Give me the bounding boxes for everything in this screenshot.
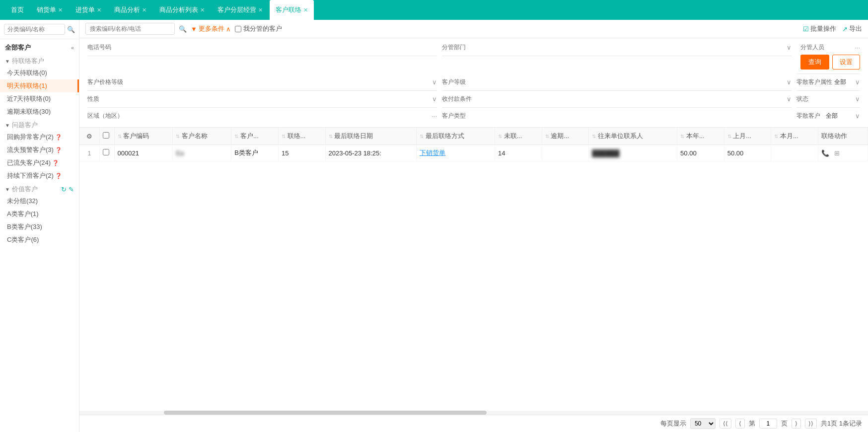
dropdown-icon[interactable]: ∨ [432,95,437,103]
more-conditions-button[interactable]: ▼ 更多条件 ∧ [191,24,231,33]
sort-icon[interactable]: ⇅ [727,134,731,139]
td-contact-count: 15 [278,145,325,161]
close-icon[interactable]: ✕ [258,7,263,13]
sidebar-item-type-b[interactable]: B类客户(33) [0,220,79,233]
partner-name-value: ██████ [592,149,619,157]
dropdown-icon[interactable]: ∨ [787,95,792,103]
sidebar-search-input[interactable] [4,24,65,35]
nav-product-analysis[interactable]: 商品分析 ✕ [108,0,152,20]
sort-icon[interactable]: ⇅ [680,134,684,139]
sort-icon[interactable]: ⇅ [282,134,286,139]
filter-icon: ▼ [191,25,197,33]
nav-purchase-order[interactable]: 进货单 ✕ [70,0,107,20]
sidebar-item-churn-warning[interactable]: 流失预警客户(3) ❓ [0,144,79,156]
sort-icon[interactable]: ⇅ [329,134,333,139]
right-actions: ☑ 批量操作 ↗ 导出 [803,24,862,33]
search-icon[interactable]: 🔍 [67,26,75,33]
nav-sales-order[interactable]: 销货单 ✕ [31,0,69,20]
table-row: 1 000021 Ea B类客户 15 2023-05-23 18:25: 下销… [79,145,868,161]
sort-icon[interactable]: ⇅ [545,134,549,139]
nav-customer-segments[interactable]: 客户分层经营 ✕ [212,0,269,20]
close-icon[interactable]: ✕ [97,7,101,13]
sort-icon[interactable]: ⇅ [176,134,180,139]
sidebar-item-today-pending[interactable]: 今天待联络(0) [0,67,79,79]
filter-retail-attr: 零散客户属性 全部 ∨ [796,78,860,91]
sort-icon[interactable]: ⇅ [774,134,778,139]
filter-payment: 收付款条件 ∨ [442,95,792,108]
page-input[interactable] [759,419,777,429]
dropdown-icon[interactable]: ∨ [855,112,860,120]
sidebar-item-7day-pending[interactable]: 近7天待联络(0) [0,92,79,105]
price-grade-label: 客户价格等级 [87,78,123,86]
td-action: 📞 ⊞ [818,145,868,161]
last-page-button[interactable]: ⟩⟩ [805,419,817,429]
close-icon[interactable]: ✕ [303,7,308,13]
more-action-icon[interactable]: ⊞ [834,149,840,157]
sort-icon[interactable]: ⇅ [420,134,424,139]
td-checkbox [99,145,114,161]
collapse-icon[interactable]: « [71,45,74,51]
ellipsis-icon[interactable]: ··· [855,44,860,51]
ellipsis-icon[interactable]: ··· [432,112,437,120]
th-settings: ⚙ [79,128,99,145]
sort-icon[interactable]: ⇅ [118,134,122,139]
filter-customer-grade: 客户等级 ∨ [442,78,792,91]
last-method-link[interactable]: 下销货单 [420,149,445,156]
sidebar-item-declining[interactable]: 持续下滑客户(2) ❓ [0,169,79,182]
value-group-label: ▼ 价值客户 ↻ ✎ [0,182,79,195]
my-customers-checkbox[interactable]: 我分管的客户 [235,24,282,33]
settings-button[interactable]: 设置 [832,55,860,70]
sidebar-item-type-a[interactable]: A类客户(1) [0,208,79,220]
sidebar-item-repurchase-abnormal[interactable]: 回购异常客户(2) ❓ [0,131,79,144]
query-button[interactable]: 查询 [800,55,829,70]
prev-page-button[interactable]: ⟨ [735,419,745,429]
nav-product-analysis-list[interactable]: 商品分析列表 ✕ [153,0,211,20]
edit-icon[interactable]: ✎ [69,186,74,193]
sidebar-item-overdue[interactable]: 逾期未联络(30) [0,105,79,118]
dropdown-icon[interactable]: ∨ [855,78,860,86]
dropdown-icon[interactable]: ∨ [787,44,792,51]
refresh-icon[interactable]: ↻ [61,186,67,193]
close-icon[interactable]: ✕ [58,7,63,13]
nav-home[interactable]: 首页 [5,0,30,20]
sort-icon[interactable]: ⇅ [592,134,596,139]
select-all-checkbox[interactable] [103,132,109,139]
sidebar-item-churned[interactable]: 已流失客户(24) ❓ [0,156,79,169]
dropdown-icon[interactable]: ∨ [855,95,860,103]
per-page-select[interactable]: 50 100 200 [690,418,716,429]
sort-icon[interactable]: ⇅ [498,134,502,139]
close-icon[interactable]: ✕ [142,7,146,13]
sidebar-item-type-c[interactable]: C类客户(6) [0,233,79,246]
retail-customer-label: 零散客户 [796,112,824,120]
region-label: 区域（地区） [87,112,123,120]
dropdown-icon[interactable]: ∨ [432,78,437,86]
nav-customer-contact[interactable]: 客户联络 ✕ [270,0,314,20]
horizontal-scrollbar[interactable] [79,411,868,415]
search-button[interactable]: 🔍 [179,25,187,33]
td-customer-code: 000021 [114,145,173,161]
payment-label: 收付款条件 [442,95,472,103]
phone-action-icon[interactable]: 📞 [821,149,829,157]
sort-icon[interactable]: ⇅ [234,134,238,139]
close-icon[interactable]: ✕ [200,7,205,13]
filter-search-input[interactable] [85,23,175,35]
filter-gender: 性质 ∨ [87,95,437,108]
th-not-contact: ⇅ 未联... [495,128,542,145]
scrollbar-thumb[interactable] [164,411,487,415]
dropdown-icon[interactable]: ∨ [787,78,792,86]
sidebar-item-tomorrow-pending[interactable]: 明天待联络(1) [0,79,79,92]
th-customer-name: ⇅ 客户名称 [173,128,231,145]
next-page-button[interactable]: ⟩ [792,419,801,429]
sidebar: 🔍 全部客户 « ▼ 待联络客户 今天待联络(0) 明天待联络(1) 近7天待联… [0,20,79,432]
th-type: ⇅ 客户... [231,128,279,145]
bulk-action-button[interactable]: ☑ 批量操作 [803,24,836,33]
sidebar-item-ungrouped[interactable]: 未分组(32) [0,195,79,208]
gear-icon[interactable]: ⚙ [86,133,92,140]
th-customer-code: ⇅ 客户编码 [114,128,173,145]
table-header-row: ⚙ ⇅ 客户编码 ⇅ 客户名称 [79,128,868,145]
th-last-month: ⇅ 上月... [724,128,771,145]
my-customers-check[interactable] [235,26,241,32]
export-button[interactable]: ↗ 导出 [842,24,862,33]
row-checkbox[interactable] [103,149,109,155]
first-page-button[interactable]: ⟨⟨ [720,419,731,429]
